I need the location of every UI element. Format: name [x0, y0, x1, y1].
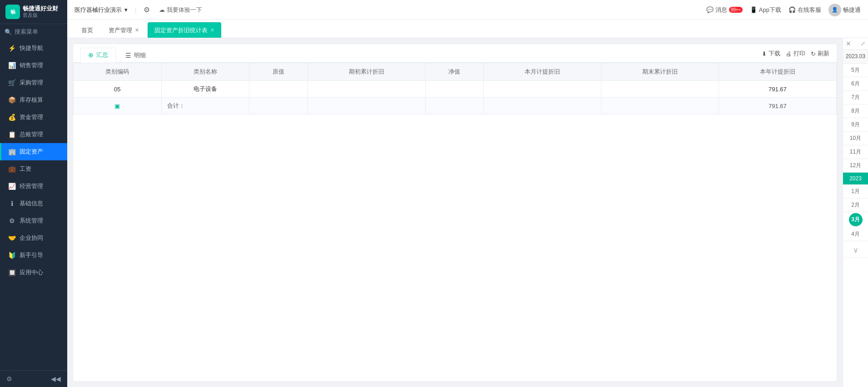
sidebar-item-label: 固定资产: [20, 148, 43, 156]
sidebar-settings-button[interactable]: ⚙: [6, 375, 12, 382]
subtab-summary-label: 汇总: [96, 51, 108, 59]
subtab-detail-label: 明细: [134, 51, 146, 60]
guide-icon: 🔰: [8, 252, 16, 259]
topbar-right: 💬 消息 99++ 📱 App下载 🎧 在线客服 👤 畅捷通: [706, 4, 861, 16]
summary-net: [425, 98, 483, 114]
detail-icon: ☰: [125, 52, 131, 59]
tab-depreciation[interactable]: 固定资产折旧统计表 ✕: [148, 22, 221, 38]
tab-home-label: 首页: [81, 26, 93, 35]
content-area: ⊕ 汇总 ☰ 明细 ⬇ 下载 🖨 打印: [67, 38, 868, 387]
date-panel-month-3[interactable]: 3月: [849, 213, 863, 227]
subtab-group: ⊕ 汇总 ☰ 明细: [80, 48, 154, 62]
download-button[interactable]: ⬇ 下载: [762, 50, 780, 58]
col-code: 类别编码: [74, 63, 162, 81]
message-button[interactable]: 💬 消息 99++: [706, 6, 743, 14]
tabbar: 首页 资产管理 ✕ 固定资产折旧统计表 ✕: [67, 20, 868, 38]
sidebar-item-fixed-assets[interactable]: 🏢 固定资产: [0, 143, 67, 160]
date-panel-month-8[interactable]: 8月: [843, 104, 868, 118]
sidebar-item-purchase[interactable]: 🛒 采购管理: [0, 74, 67, 91]
summary-label: 合计：: [161, 98, 249, 114]
col-net: 净值: [425, 63, 483, 81]
summary-icon: ⊕: [88, 51, 94, 59]
date-panel-month-12[interactable]: 12月: [843, 159, 868, 173]
experience-button[interactable]: ☁ 我要体验一下: [159, 6, 202, 14]
summary-annual: 791.67: [719, 98, 836, 114]
date-panel-year-2023[interactable]: 2023: [843, 173, 868, 185]
summary-row: ▣ 合计： 791.67: [74, 98, 837, 114]
topbar: 医疗器械行业演示 ▾ | ⚙ ☁ 我要体验一下 💬 消息 99++ 📱 App下…: [67, 0, 868, 20]
user-menu[interactable]: 👤 畅捷通: [828, 4, 861, 16]
sidebar-item-guide[interactable]: 🔰 新手引导: [0, 247, 67, 264]
tab-close-icon[interactable]: ✕: [210, 27, 214, 33]
sidebar-item-ledger[interactable]: 📋 总账管理: [0, 126, 67, 143]
sidebar-item-sales[interactable]: 📊 销售管理: [0, 57, 67, 74]
chevron-down-icon: ▾: [124, 6, 128, 13]
sidebar-item-label: 基础信息: [20, 199, 43, 208]
summary-accumulated: [308, 98, 425, 114]
cloud-icon: ☁: [159, 6, 165, 13]
date-panel-month-1[interactable]: 1月: [843, 185, 868, 198]
sidebar-item-label: 库存核算: [20, 96, 43, 104]
subtab-summary[interactable]: ⊕ 汇总: [80, 48, 116, 63]
company-selector[interactable]: 医疗器械行业演示 ▾: [74, 6, 128, 14]
tab-home[interactable]: 首页: [74, 22, 100, 38]
date-panel: ✕ ⤢ 2023.03 5月 6月 7月 8月 9月 10月 11月 12月 2…: [843, 38, 868, 387]
col-original: 原值: [249, 63, 308, 81]
download-icon: ⬇: [762, 50, 767, 57]
sidebar-logo: 畅 畅捷通好业财 普及版: [0, 0, 67, 24]
sidebar-item-label: 销售管理: [20, 61, 43, 69]
sidebar-item-inventory[interactable]: 📦 库存核算: [0, 91, 67, 109]
experience-label: 我要体验一下: [167, 6, 202, 14]
sidebar-item-enterprise[interactable]: 🤝 企业协同: [0, 229, 67, 247]
date-panel-close-button[interactable]: ✕: [846, 40, 851, 47]
online-service-button[interactable]: 🎧 在线客服: [789, 6, 821, 14]
app-download-button[interactable]: 📱 App下载: [750, 6, 781, 14]
cell-annual: 791.67: [719, 81, 836, 98]
date-panel-month-9[interactable]: 9月: [843, 118, 868, 132]
col-name: 类别名称: [161, 63, 249, 81]
date-panel-expand-button[interactable]: ⤢: [861, 40, 865, 47]
sidebar-item-app-center[interactable]: 🔲 应用中心: [0, 264, 67, 281]
sidebar-collapse-button[interactable]: ◀◀: [51, 375, 61, 382]
date-panel-month-7[interactable]: 7月: [843, 91, 868, 104]
sidebar-item-operations[interactable]: 📈 经营管理: [0, 178, 67, 195]
print-icon: 🖨: [786, 50, 792, 57]
summary-expand-icon[interactable]: ▣: [114, 103, 120, 109]
refresh-icon: ↻: [811, 50, 816, 57]
refresh-label: 刷新: [818, 50, 829, 58]
col-end-accumulated: 期末累计折旧: [601, 63, 719, 81]
date-panel-month-10[interactable]: 10月: [843, 132, 868, 145]
sidebar-item-finance[interactable]: 💰 资金管理: [0, 109, 67, 126]
date-panel-month-4[interactable]: 4月: [843, 228, 868, 241]
date-panel-month-5[interactable]: 5月: [843, 64, 868, 77]
tab-close-icon[interactable]: ✕: [135, 27, 139, 33]
sidebar-item-system[interactable]: ⚙ 系统管理: [0, 212, 67, 229]
message-icon: 💬: [706, 6, 714, 13]
fixed-assets-icon: 🏢: [8, 148, 16, 155]
sidebar-item-payroll[interactable]: 💼 工资: [0, 160, 67, 178]
date-panel-month-6[interactable]: 6月: [843, 77, 868, 91]
tab-asset-management[interactable]: 资产管理 ✕: [102, 22, 146, 38]
date-panel-month-11[interactable]: 11月: [843, 145, 868, 159]
subtab-detail[interactable]: ☰ 明细: [118, 48, 154, 62]
sales-icon: 📊: [8, 62, 16, 69]
quick-nav-icon: ⚡: [8, 45, 16, 52]
sidebar-search[interactable]: 🔍 搜索菜单: [0, 24, 67, 40]
topbar-settings-button[interactable]: ⚙: [144, 5, 150, 14]
payroll-icon: 💼: [8, 165, 16, 173]
main-area: 医疗器械行业演示 ▾ | ⚙ ☁ 我要体验一下 💬 消息 99++ 📱 App下…: [67, 0, 868, 387]
sidebar-item-quick-nav[interactable]: ⚡ 快捷导航: [0, 40, 67, 57]
finance-icon: 💰: [8, 114, 16, 121]
date-panel-month-2[interactable]: 2月: [843, 198, 868, 212]
sidebar-item-label: 系统管理: [20, 217, 43, 225]
sidebar-item-basic-info[interactable]: ℹ 基础信息: [0, 195, 67, 212]
app-name: 畅捷通好业财: [23, 5, 58, 12]
sidebar-item-label: 总账管理: [20, 130, 43, 139]
cell-name: 电子设备: [161, 81, 249, 98]
message-label: 消息: [715, 6, 727, 14]
inventory-icon: 📦: [8, 96, 16, 104]
operations-icon: 📈: [8, 183, 16, 190]
date-panel-scroll-down[interactable]: ∨: [843, 243, 868, 258]
refresh-button[interactable]: ↻ 刷新: [811, 50, 829, 58]
print-button[interactable]: 🖨 打印: [786, 50, 805, 58]
